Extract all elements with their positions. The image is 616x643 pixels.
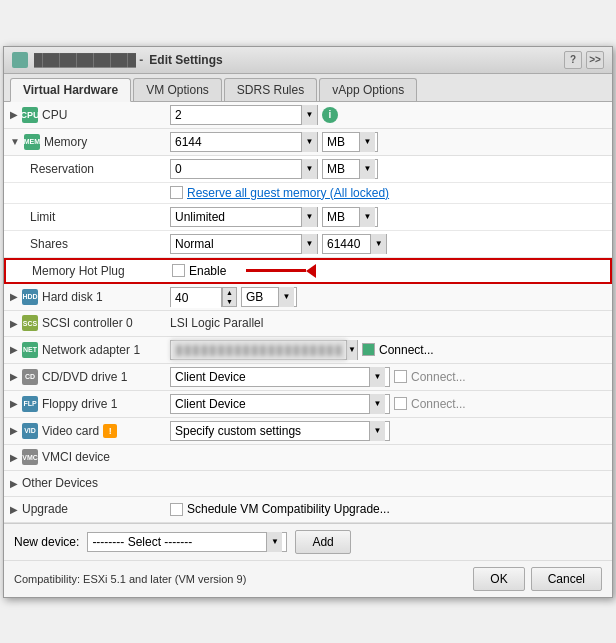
upgrade-checkbox[interactable] [170,503,183,516]
tab-sdrs-rules[interactable]: SDRS Rules [224,78,317,101]
hard-disk-unit-dropdown[interactable]: GB ▼ [241,287,297,307]
limit-dropdown[interactable]: Unlimited ▼ [170,207,318,227]
scsi-icon: SCS [22,315,38,331]
limit-unit-dropdown[interactable]: MB ▼ [322,207,378,227]
help-button[interactable]: ? [564,51,582,69]
shares-dropdown-arrow[interactable]: ▼ [301,234,317,254]
reservation-unit-dropdown[interactable]: MB ▼ [322,159,378,179]
memory-dropdown[interactable]: 6144 ▼ [170,132,318,152]
hard-disk-input[interactable] [171,288,221,308]
hard-disk-value-col: ▲ ▼ GB ▼ [170,287,606,307]
video-expand[interactable]: ▶ [10,425,18,436]
dialog-footer: New device: -------- Select ------- ▼ Ad… [4,523,612,597]
other-devices-expand[interactable]: ▶ [10,478,18,489]
arrow-head [306,264,316,278]
shares-dropdown[interactable]: Normal ▼ [170,234,318,254]
memory-row: ▼ MEM Memory 6144 ▼ MB ▼ [4,129,612,156]
memory-unit-arrow[interactable]: ▼ [359,132,375,152]
tab-vapp-options[interactable]: vApp Options [319,78,417,101]
close-button[interactable]: >> [586,51,604,69]
new-device-dropdown-arrow[interactable]: ▼ [266,532,282,552]
reserve-all-label[interactable]: Reserve all guest memory (All locked) [187,186,389,200]
scsi-row: ▶ SCS SCSI controller 0 LSI Logic Parall… [4,311,612,337]
hard-disk-label: Hard disk 1 [42,290,103,304]
network-dropdown-arrow[interactable]: ▼ [346,340,357,360]
reserve-all-checkbox[interactable] [170,186,183,199]
title-bar-left: ████████████ - Edit Settings [12,52,223,68]
hard-disk-unit-arrow[interactable]: ▼ [278,287,294,307]
network-row: ▶ NET Network adapter 1 ████████████████… [4,337,612,364]
network-connect-label: Connect... [379,343,434,357]
upgrade-expand[interactable]: ▶ [10,504,18,515]
limit-dropdown-main: Unlimited [171,210,301,224]
hard-disk-label-col: ▶ HDD Hard disk 1 [10,289,170,305]
floppy-dropdown[interactable]: Client Device ▼ [170,394,390,414]
reservation-dropdown-arrow[interactable]: ▼ [301,159,317,179]
floppy-icon: FLP [22,396,38,412]
shares-label: Shares [30,237,68,251]
scsi-expand[interactable]: ▶ [10,318,18,329]
scsi-value: LSI Logic Parallel [170,316,263,330]
shares-value-col: Normal ▼ 61440 ▼ [170,234,606,254]
limit-dropdown-arrow[interactable]: ▼ [301,207,317,227]
cdrom-dropdown-arrow[interactable]: ▼ [369,367,385,387]
memory-unit-dropdown[interactable]: MB ▼ [322,132,378,152]
video-row: ▶ VID Video card ! Specify custom settin… [4,418,612,445]
vmci-expand[interactable]: ▶ [10,452,18,463]
memory-dropdown-arrow[interactable]: ▼ [301,132,317,152]
cpu-label-col: ▶ CPU CPU [10,107,170,123]
floppy-label: Floppy drive 1 [42,397,117,411]
cpu-dropdown-arrow[interactable]: ▼ [301,105,317,125]
floppy-row: ▶ FLP Floppy drive 1 Client Device ▼ Con… [4,391,612,418]
shares-number-arrow[interactable]: ▼ [370,234,386,254]
floppy-dropdown-arrow[interactable]: ▼ [369,394,385,414]
hard-disk-expand[interactable]: ▶ [10,291,18,302]
hard-disk-down[interactable]: ▼ [222,297,236,306]
video-dropdown-arrow[interactable]: ▼ [369,421,385,441]
floppy-expand[interactable]: ▶ [10,398,18,409]
cdrom-connect-checkbox[interactable] [394,370,407,383]
cdrom-icon: CD [22,369,38,385]
cpu-expand[interactable]: ▶ [10,109,18,120]
reservation-unit-arrow[interactable]: ▼ [359,159,375,179]
cdrom-dropdown[interactable]: Client Device ▼ [170,367,390,387]
upgrade-check-label: Schedule VM Compatibility Upgrade... [187,502,390,516]
hard-disk-up[interactable]: ▲ [222,288,236,297]
memory-expand[interactable]: ▼ [10,136,20,147]
cpu-dropdown[interactable]: 2 ▼ [170,105,318,125]
vmci-icon: VMC [22,449,38,465]
cdrom-label-col: ▶ CD CD/DVD drive 1 [10,369,170,385]
cdrom-expand[interactable]: ▶ [10,371,18,382]
reservation-dropdown[interactable]: 0 ▼ [170,159,318,179]
cdrom-connect-label: Connect... [411,370,466,384]
memory-hot-plug-label-col: Memory Hot Plug [12,264,172,278]
dialog-title: ████████████ - [34,53,143,67]
new-device-dropdown[interactable]: -------- Select ------- ▼ [87,532,287,552]
memory-hot-plug-checkbox-wrap: Enable [172,264,226,278]
network-label-col: ▶ NET Network adapter 1 [10,342,170,358]
tab-vm-options[interactable]: VM Options [133,78,222,101]
add-button[interactable]: Add [295,530,350,554]
limit-label: Limit [30,210,55,224]
limit-value-col: Unlimited ▼ MB ▼ [170,207,606,227]
hard-disk-spinner[interactable]: ▲ ▼ [170,287,237,307]
cpu-dropdown-main: 2 [171,108,301,122]
floppy-connect-checkbox[interactable] [394,397,407,410]
network-connect-checkbox[interactable] [362,343,375,356]
cancel-button[interactable]: Cancel [531,567,602,591]
network-dropdown[interactable]: ████████████████████ ▼ [170,340,358,360]
video-warning-icon: ! [103,424,117,438]
ok-button[interactable]: OK [473,567,524,591]
network-expand[interactable]: ▶ [10,344,18,355]
upgrade-label-col: ▶ Upgrade [10,502,170,516]
hard-disk-unit-main: GB [242,290,278,304]
shares-number-dropdown[interactable]: 61440 ▼ [322,234,387,254]
tab-virtual-hardware[interactable]: Virtual Hardware [10,78,131,102]
network-label: Network adapter 1 [42,343,140,357]
cpu-info-icon[interactable]: i [322,107,338,123]
video-dropdown[interactable]: Specify custom settings ▼ [170,421,390,441]
reservation-label: Reservation [30,162,94,176]
reserve-all-checkbox-wrap: Reserve all guest memory (All locked) [170,186,389,200]
limit-unit-arrow[interactable]: ▼ [359,207,375,227]
memory-hot-plug-checkbox[interactable] [172,264,185,277]
